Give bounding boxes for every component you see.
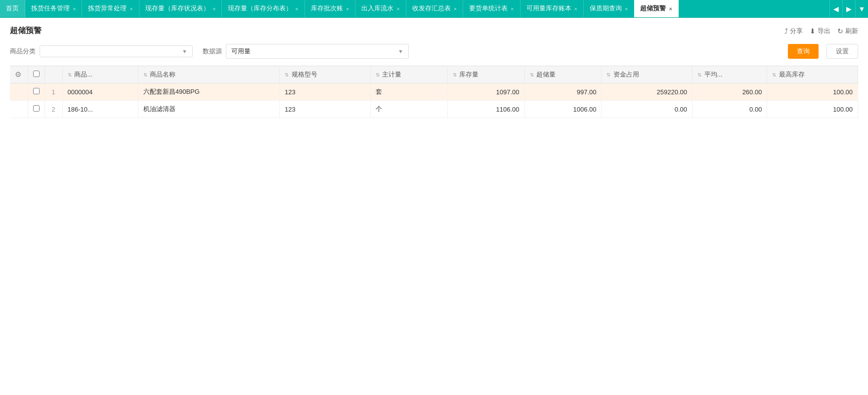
- close-icon[interactable]: ×: [130, 6, 132, 12]
- select-all-checkbox[interactable]: [33, 71, 40, 77]
- nav-stock-dist[interactable]: 现存量（库存分布表） ×: [222, 0, 304, 18]
- row-checkbox-cell[interactable]: [28, 101, 44, 118]
- top-navigation: 首页 拣货任务管理 × 拣货异常处理 × 现存量（库存状况表） × 现存量（库存…: [0, 0, 868, 18]
- sort-icon: ⇅: [143, 72, 147, 78]
- row-checkbox[interactable]: [33, 88, 40, 94]
- sort-icon: ⇅: [530, 72, 534, 78]
- row-gear-cell: [10, 83, 28, 101]
- page-title: 超储预警: [10, 26, 42, 36]
- refresh-icon: ↻: [837, 27, 843, 35]
- spec-header[interactable]: ⇅ 规格型号: [280, 66, 371, 83]
- sort-icon: ⇅: [607, 72, 610, 78]
- close-icon[interactable]: ×: [625, 6, 628, 12]
- table-row: 1 0000004 六配套新昌490BPG 123 套 1097.00 997.…: [10, 83, 858, 101]
- row-number: 2: [44, 101, 62, 118]
- close-icon[interactable]: ×: [396, 6, 399, 12]
- nav-summary[interactable]: 收发存汇总表 ×: [406, 0, 463, 18]
- close-icon[interactable]: ×: [669, 6, 672, 12]
- nav-stock-status[interactable]: 现存量（库存状况表） ×: [139, 0, 222, 18]
- capital-header[interactable]: ⇅ 资金占用: [602, 66, 693, 83]
- row-capital: 0.00: [602, 101, 693, 118]
- name-header[interactable]: ⇅ 商品名称: [138, 66, 279, 83]
- settings-icon[interactable]: ⚙: [15, 70, 21, 79]
- sort-icon: ⇅: [285, 72, 289, 78]
- row-checkbox-cell[interactable]: [28, 83, 44, 101]
- row-capital: 259220.00: [602, 83, 693, 101]
- category-label: 商品分类: [10, 47, 36, 56]
- row-spec: 123: [280, 83, 371, 101]
- close-icon[interactable]: ×: [346, 6, 349, 12]
- share-button[interactable]: ⤴ 分享: [784, 27, 803, 36]
- nav-batch-account[interactable]: 库存批次账 ×: [305, 0, 355, 18]
- row-code: 186-10...: [62, 101, 138, 118]
- gear-header[interactable]: ⚙: [10, 66, 28, 83]
- row-gear-cell: [10, 101, 28, 118]
- export-icon: ⬇: [810, 27, 816, 35]
- query-button[interactable]: 查询: [788, 44, 819, 59]
- nav-expiry[interactable]: 保质期查询 ×: [584, 0, 634, 18]
- page-content: 超储预警 ⤴ 分享 ⬇ 导出 ↻ 刷新 商品分类 ▼ 数据源: [0, 18, 868, 395]
- row-name: 机油滤清器: [138, 101, 279, 118]
- row-max-stock: 100.00: [767, 83, 858, 101]
- close-icon[interactable]: ×: [295, 6, 298, 12]
- row-unit: 套: [370, 83, 447, 101]
- overstock-header[interactable]: ⇅ 超储量: [524, 66, 602, 83]
- nav-home[interactable]: 首页: [0, 0, 25, 18]
- nav-inout-flow[interactable]: 出入库流水 ×: [355, 0, 406, 18]
- row-number: 1: [44, 83, 62, 101]
- avg-header[interactable]: ⇅ 平均...: [692, 66, 767, 83]
- page-header: 超储预警 ⤴ 分享 ⬇ 导出 ↻ 刷新: [10, 26, 858, 36]
- category-select[interactable]: ▼: [40, 45, 193, 57]
- row-spec: 123: [280, 101, 371, 118]
- stock-header[interactable]: ⇅ 库存量: [447, 66, 524, 83]
- close-icon[interactable]: ×: [73, 6, 76, 12]
- sort-icon: ⇅: [697, 72, 701, 78]
- nav-order-stats[interactable]: 要货单统计表 ×: [463, 0, 520, 18]
- row-name: 六配套新昌490BPG: [138, 83, 279, 101]
- refresh-button[interactable]: ↻ 刷新: [837, 27, 858, 36]
- close-icon[interactable]: ×: [574, 6, 577, 12]
- datasource-filter: 数据源 可用量 ▼: [203, 44, 409, 59]
- row-unit: 个: [370, 101, 447, 118]
- sort-icon: ⇅: [68, 72, 72, 78]
- sort-icon: ⇅: [453, 72, 457, 78]
- nav-more-arrow[interactable]: ▼: [855, 0, 868, 18]
- row-avg: 0.00: [692, 101, 767, 118]
- close-icon[interactable]: ×: [213, 6, 216, 12]
- nav-right-arrow[interactable]: ▶: [842, 0, 855, 18]
- unit-header[interactable]: ⇅ 主计量: [370, 66, 447, 83]
- header-actions: ⤴ 分享 ⬇ 导出 ↻ 刷新: [784, 27, 858, 36]
- filter-buttons: 查询 设置: [788, 44, 858, 59]
- nav-task-mgmt[interactable]: 拣货任务管理 ×: [25, 0, 82, 18]
- filter-row: 商品分类 ▼ 数据源 可用量 ▼ 查询 设置: [10, 44, 858, 59]
- chevron-down-icon: ▼: [398, 48, 403, 54]
- close-icon[interactable]: ×: [511, 6, 514, 12]
- row-avg: 260.00: [692, 83, 767, 101]
- category-filter: 商品分类 ▼: [10, 45, 193, 57]
- row-overstock: 1006.00: [524, 101, 602, 118]
- datasource-select[interactable]: 可用量 ▼: [226, 44, 409, 59]
- sort-icon: ⇅: [376, 72, 380, 78]
- row-max-stock: 100.00: [767, 101, 858, 118]
- close-icon[interactable]: ×: [454, 6, 457, 12]
- datasource-label: 数据源: [203, 47, 222, 56]
- code-header[interactable]: ⇅ 商品...: [62, 66, 138, 83]
- nav-available-stock[interactable]: 可用量库存账本 ×: [521, 0, 584, 18]
- row-stock: 1106.00: [447, 101, 524, 118]
- table-row: 2 186-10... 机油滤清器 123 个 1106.00 1006.00 …: [10, 101, 858, 118]
- row-checkbox[interactable]: [33, 105, 40, 112]
- share-icon: ⤴: [784, 27, 788, 35]
- nav-left-arrow[interactable]: ◀: [829, 0, 842, 18]
- datasource-select-value: 可用量: [231, 47, 251, 56]
- nav-overstock[interactable]: 超储预警 ×: [634, 0, 678, 18]
- max-stock-header[interactable]: ⇅ 最高库存: [767, 66, 858, 83]
- export-button[interactable]: ⬇ 导出: [810, 27, 830, 36]
- table-header-row: ⚙ ⇅ 商品... ⇅ 商品名称 ⇅ 规格型号: [10, 66, 858, 83]
- select-all-header[interactable]: [28, 66, 44, 83]
- chevron-down-icon: ▼: [182, 48, 187, 54]
- nav-exception[interactable]: 拣货异常处理 ×: [82, 0, 139, 18]
- row-code: 0000004: [62, 83, 138, 101]
- row-overstock: 997.00: [524, 83, 602, 101]
- settings-button[interactable]: 设置: [826, 44, 858, 59]
- sort-icon: ⇅: [772, 72, 776, 78]
